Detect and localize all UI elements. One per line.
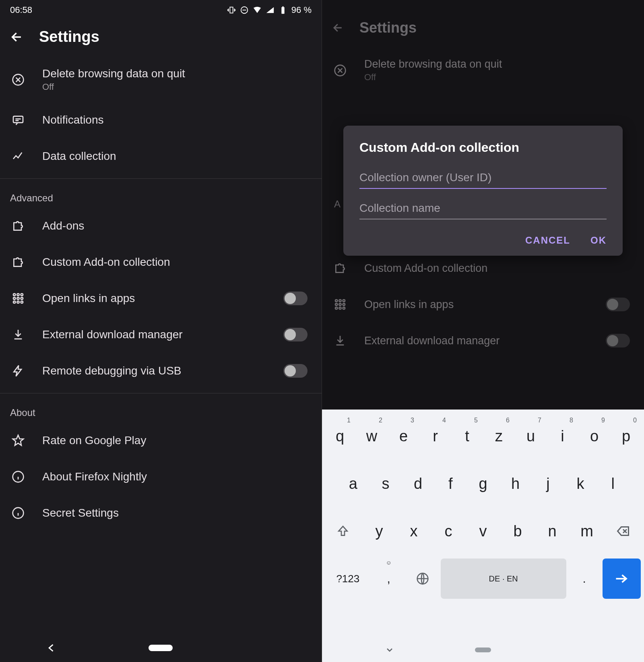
item-sub: Off bbox=[364, 72, 634, 83]
key-p[interactable]: p0 bbox=[611, 416, 641, 456]
key-e[interactable]: e3 bbox=[389, 416, 418, 456]
grid-icon bbox=[12, 292, 25, 305]
custom-addon-collection-item[interactable]: Custom Add-on collection bbox=[0, 244, 322, 280]
key-b[interactable]: b bbox=[502, 511, 534, 551]
collection-name-input[interactable] bbox=[359, 198, 607, 219]
cancel-button[interactable]: CANCEL bbox=[525, 235, 570, 246]
nav-home[interactable] bbox=[475, 648, 491, 652]
remote-debug-item[interactable]: Remote debugging via USB bbox=[0, 353, 322, 389]
key-n[interactable]: n bbox=[536, 511, 568, 551]
svg-point-13 bbox=[17, 301, 19, 303]
star-icon bbox=[12, 434, 25, 447]
system-nav bbox=[0, 634, 322, 662]
collapse-kb-icon[interactable] bbox=[385, 645, 394, 655]
key-o[interactable]: o9 bbox=[580, 416, 609, 456]
key-comma[interactable]: ☺, bbox=[373, 559, 405, 599]
svg-point-28 bbox=[335, 307, 337, 309]
download-icon bbox=[334, 334, 347, 347]
open-links-item[interactable]: Open links in apps bbox=[322, 286, 644, 323]
item-label: External download manager bbox=[42, 328, 267, 341]
open-links-toggle[interactable] bbox=[606, 298, 630, 311]
external-download-toggle[interactable] bbox=[606, 334, 630, 348]
close-circle-icon bbox=[12, 73, 25, 86]
item-label: Custom Add-on collection bbox=[364, 262, 634, 275]
data-collection-item[interactable]: Data collection bbox=[0, 138, 322, 174]
open-links-item[interactable]: Open links in apps bbox=[0, 280, 322, 317]
about-firefox-item[interactable]: About Firefox Nightly bbox=[0, 459, 322, 495]
key-shift[interactable] bbox=[325, 511, 361, 551]
delete-browsing-data-item[interactable]: Delete browsing data on quit Off bbox=[0, 58, 322, 102]
key-z[interactable]: z6 bbox=[484, 416, 514, 456]
key-c[interactable]: c bbox=[432, 511, 464, 551]
key-s[interactable]: s bbox=[371, 463, 401, 504]
open-links-toggle[interactable] bbox=[283, 292, 308, 305]
key-u[interactable]: u7 bbox=[516, 416, 545, 456]
svg-point-24 bbox=[343, 300, 345, 302]
item-label: Delete browsing data on quit bbox=[42, 67, 312, 80]
key-x[interactable]: x bbox=[398, 511, 430, 551]
nav-back-icon[interactable] bbox=[46, 642, 57, 654]
back-icon[interactable] bbox=[332, 22, 344, 34]
rate-item[interactable]: Rate on Google Play bbox=[0, 422, 322, 459]
svg-point-27 bbox=[343, 303, 345, 305]
nav-home[interactable] bbox=[149, 645, 173, 651]
status-icons: 96 % bbox=[227, 5, 312, 15]
secret-settings-item[interactable]: Secret Settings bbox=[0, 495, 322, 531]
svg-point-26 bbox=[339, 303, 341, 305]
key-a[interactable]: a bbox=[338, 463, 368, 504]
key-m[interactable]: m bbox=[571, 511, 603, 551]
item-label: Notifications bbox=[42, 114, 312, 126]
remote-debug-toggle[interactable] bbox=[283, 364, 308, 378]
puzzle-icon bbox=[12, 256, 25, 269]
key-y[interactable]: y bbox=[363, 511, 395, 551]
delete-browsing-data-item[interactable]: Delete browsing data on quit Off bbox=[322, 48, 644, 92]
key-period[interactable]: . bbox=[569, 559, 600, 599]
item-label: Remote debugging via USB bbox=[42, 364, 267, 377]
addons-item[interactable]: Add-ons bbox=[0, 208, 322, 244]
key-l[interactable]: l bbox=[598, 463, 628, 504]
key-h[interactable]: h bbox=[500, 463, 530, 504]
key-t[interactable]: t5 bbox=[452, 416, 482, 456]
key-k[interactable]: k bbox=[566, 463, 596, 504]
key-j[interactable]: j bbox=[533, 463, 563, 504]
battery-icon bbox=[279, 6, 287, 14]
section-about: About bbox=[0, 397, 322, 422]
enter-icon bbox=[614, 571, 629, 586]
status-time: 06:58 bbox=[10, 5, 32, 15]
key-space[interactable]: DE · EN bbox=[441, 559, 566, 599]
kb-row-1: q1w2e3r4t5z6u7i8o9p0 bbox=[325, 416, 641, 456]
close-circle-icon bbox=[334, 64, 347, 77]
key-v[interactable]: v bbox=[467, 511, 499, 551]
key-r[interactable]: r4 bbox=[421, 416, 450, 456]
key-d[interactable]: d bbox=[403, 463, 433, 504]
key-i[interactable]: i8 bbox=[548, 416, 577, 456]
svg-point-11 bbox=[21, 297, 23, 299]
external-download-item[interactable]: External download manager bbox=[0, 317, 322, 353]
header: Settings bbox=[322, 7, 644, 48]
kb-row-3: yxcvbnm bbox=[325, 511, 641, 551]
notifications-item[interactable]: Notifications bbox=[0, 102, 322, 138]
key-backspace[interactable] bbox=[605, 511, 641, 551]
ok-button[interactable]: OK bbox=[590, 235, 607, 246]
key-f[interactable]: f bbox=[436, 463, 466, 504]
key-globe[interactable] bbox=[407, 559, 438, 599]
collection-owner-input[interactable] bbox=[359, 167, 607, 189]
key-g[interactable]: g bbox=[468, 463, 498, 504]
external-download-toggle[interactable] bbox=[283, 328, 308, 341]
key-enter[interactable] bbox=[603, 559, 641, 599]
info-icon bbox=[12, 470, 25, 483]
settings-dialog-screen: Settings Delete browsing data on quit Of… bbox=[322, 0, 644, 662]
key-w[interactable]: w2 bbox=[357, 416, 386, 456]
item-sub: Off bbox=[42, 82, 312, 92]
status-bar: 06:58 96 % bbox=[0, 0, 322, 20]
key-q[interactable]: q1 bbox=[325, 416, 355, 456]
external-download-item[interactable]: External download manager bbox=[322, 323, 644, 359]
item-label: Custom Add-on collection bbox=[42, 256, 312, 269]
key-symbols[interactable]: ?123 bbox=[325, 559, 371, 599]
svg-point-12 bbox=[13, 301, 15, 303]
item-label: Open links in apps bbox=[42, 292, 267, 305]
kb-row-4: ?123 ☺, DE · EN . bbox=[325, 559, 641, 599]
info-icon bbox=[12, 507, 25, 519]
settings-screen: 06:58 96 % Settings Delete browsing data… bbox=[0, 0, 322, 662]
back-icon[interactable] bbox=[10, 30, 24, 44]
